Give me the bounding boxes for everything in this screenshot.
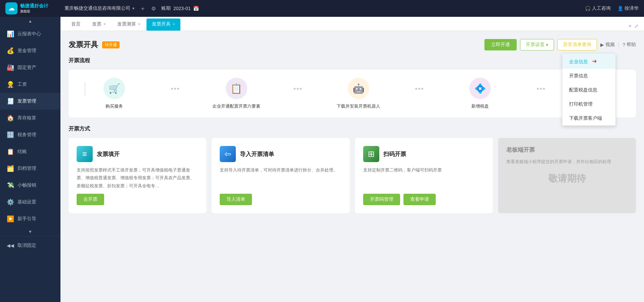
invoice-scan-icon: ⊞: [363, 146, 379, 162]
sidebar-item-new-guide[interactable]: ▶️ 新手引导: [0, 211, 60, 227]
fixed-assets-icon: 🏭: [7, 64, 14, 71]
import-list-btn[interactable]: 导入清单: [220, 194, 252, 205]
tab-bar: 首页 发票 × 发票测算 × 发票开具 × × ⤢: [60, 17, 644, 31]
download-robot-label: 下载并安装开票机器人: [337, 103, 380, 109]
video-btn[interactable]: ▶ 视频: [600, 42, 615, 48]
flow-left-separator: [85, 82, 85, 96]
invoice-icon: 🧾: [7, 98, 14, 105]
dropdown-company-info[interactable]: 企业信息 ➜: [562, 53, 615, 69]
tab-home[interactable]: 首页: [66, 18, 86, 31]
cancel-fixed-label: 取消固定: [17, 242, 36, 249]
inventory-icon: 🏠: [7, 114, 14, 122]
help-btn[interactable]: ? 帮助: [622, 42, 636, 48]
tab-invoice-close[interactable]: ×: [103, 22, 106, 27]
page-title: 发票开具: [69, 40, 98, 50]
dropdown-tax-disk[interactable]: 配置税盘信息: [562, 83, 615, 97]
invoice-import-icon: ⇦: [220, 146, 236, 162]
page-content: 发票开具 待开通 立即开通 开票设置 ▾ 异常清单查询 ▶ 视频 |: [60, 31, 644, 302]
taxdisk-label: 新增税盘: [471, 103, 489, 109]
sidebar-label-archive: 归档管理: [17, 165, 36, 172]
dropdown-tax-disk-label: 配置税盘信息: [569, 87, 597, 92]
flow-step-configure: 📋 企业开通配置开票六要素: [212, 78, 260, 109]
sidebar-item-basic-settings[interactable]: ⚙️ 基础设置: [0, 194, 60, 211]
sidebar-item-cloud-report[interactable]: 📊 云报表中心: [0, 26, 60, 42]
period-label: 账期: [161, 5, 171, 11]
methods-title: 开票方式: [69, 125, 636, 133]
tab-invoice-open-label: 发票开具: [152, 21, 171, 27]
sidebar-cancel-fixed[interactable]: ◀◀ 取消固定: [0, 239, 60, 252]
basic-settings-icon: ⚙️: [7, 198, 14, 206]
activate-btn[interactable]: 立即开通: [484, 39, 517, 50]
method-boss-header: 老板端开票: [506, 146, 628, 154]
page-title-area: 发票开具 待开通: [69, 40, 120, 50]
flow-connector-1: [138, 88, 212, 90]
tab-invoice-open-close[interactable]: ×: [173, 22, 175, 27]
sidebar-label-account: 结账: [17, 149, 27, 155]
tab-invoice[interactable]: 发票 ×: [87, 18, 111, 31]
sidebar-scroll-down[interactable]: ▼: [0, 227, 60, 236]
taxdisk-icon: 💠: [469, 78, 491, 99]
fill-invoice-btn[interactable]: 去开票: [77, 194, 104, 205]
main-layout: ▲ 📊 云报表中心 💰 资金管理 🏭 固定资产 👷 工资 🧾 发票管理 🏠 库存…: [0, 17, 644, 302]
sidebar-label-inventory: 库存核算: [17, 115, 36, 121]
dropdown-download-client[interactable]: 下载开票客户端: [562, 111, 615, 125]
sidebar-item-account[interactable]: 📋 结账: [0, 143, 60, 160]
sidebar-label-fund: 资金管理: [17, 48, 36, 54]
view-application-btn[interactable]: 查看申请: [403, 194, 436, 205]
sidebar-item-invoice[interactable]: 🧾 发票管理: [0, 93, 60, 110]
scan-buttons: 开票码管理 查看申请: [363, 194, 485, 205]
abnormal-btn[interactable]: 异常清单查询: [557, 39, 597, 50]
method-card-scan: ⊞ 扫码开票 支持定制开票二维码，客户端可扫码开票 开票码管理 查看申请: [355, 138, 493, 213]
sidebar-scroll-up[interactable]: ▲: [0, 17, 60, 26]
tab-invoice-test-close[interactable]: ×: [138, 22, 140, 27]
method-scan-desc: 支持定制开票二维码，客户端可扫码开票: [363, 166, 485, 174]
configure-label: 企业开通配置开票六要素: [212, 103, 260, 109]
method-scan-title: 扫码开票: [383, 150, 406, 158]
tab-maximize-btn[interactable]: ⤢: [634, 23, 639, 29]
consult-btn[interactable]: 🎧 人工咨询: [585, 5, 611, 11]
sidebar-item-inventory[interactable]: 🏠 库存核算: [0, 110, 60, 126]
sidebar-item-fixed-assets[interactable]: 🏭 固定资产: [0, 59, 60, 76]
sidebar-item-payroll[interactable]: 👷 工资: [0, 76, 60, 93]
methods-grid: ≡ 发票填开 支持按照发票样式手工填开发票；可开具增值税电子普通发票、增值税普通…: [69, 138, 636, 213]
settings-btn[interactable]: 开票设置 ▾: [520, 39, 554, 50]
tab-invoice-test[interactable]: 发票测算 ×: [112, 18, 146, 31]
tab-invoice-test-label: 发票测算: [117, 21, 136, 27]
download-robot-icon: 🤖: [348, 78, 369, 99]
method-card-import: ⇦ 导入开票清单 支持导入待开票清单，可对待开票清单进行拆分、合并处理。 导入清…: [212, 138, 349, 213]
sidebar-bottom: ◀◀ 取消固定: [0, 236, 60, 255]
sidebar-label-invoice: 发票管理: [17, 98, 36, 104]
sidebar-item-xiaochang[interactable]: 💸 小畅报销: [0, 177, 60, 194]
sidebar-label-cloud-report: 云报表中心: [17, 31, 41, 37]
tab-invoice-label: 发票: [92, 21, 101, 27]
logo-area: ☁ 畅捷通好会计 旗舰版: [5, 2, 59, 14]
tab-invoice-open[interactable]: 发票开具 ×: [146, 18, 180, 31]
qrcode-mgmt-btn[interactable]: 开票码管理: [363, 194, 400, 205]
settings-icon[interactable]: ⚙: [151, 5, 156, 12]
calendar-icon[interactable]: 📅: [193, 6, 199, 11]
method-boss-desc: 查看老板端小程序提交的开票申请，并作出相应的处理: [506, 158, 628, 165]
dropdown-printer[interactable]: 打印机管理: [562, 97, 615, 111]
user-area[interactable]: 👤 徐泽华: [617, 5, 639, 11]
settings-dropdown-menu: 企业信息 ➜ 开票信息 配置税盘信息 打印机管理 下: [562, 53, 616, 126]
method-import-desc: 支持导入待开票清单，可对待开票清单进行拆分、合并处理。: [220, 166, 341, 174]
method-fill-desc: 支持按照发票样式手工填开发票；可开具增值税电子普通发票、增值税普通发票、增值税专…: [77, 166, 198, 190]
tab-close-all-btn[interactable]: ×: [629, 23, 632, 29]
method-fill-title: 发票填开: [97, 150, 120, 158]
logo-sub: 旗舰版: [20, 9, 48, 14]
sidebar-label-payroll: 工资: [17, 81, 27, 87]
company-name: 重庆畅捷交通信息咨询有限公司: [65, 5, 130, 11]
dropdown-printer-label: 打印机管理: [569, 101, 593, 107]
sidebar-item-fund-mgmt[interactable]: 💰 资金管理: [0, 42, 60, 59]
sidebar-item-archive[interactable]: 🗂️ 归档管理: [0, 160, 60, 177]
sidebar-label-fixed: 固定资产: [17, 65, 36, 71]
period-area: 账期 2023-01 📅: [161, 5, 199, 11]
red-arrow-icon: ➜: [592, 58, 597, 65]
dropdown-invoice-info[interactable]: 开票信息: [562, 69, 615, 83]
company-selector[interactable]: 重庆畅捷交通信息咨询有限公司 ▾: [65, 5, 134, 11]
sidebar-item-tax[interactable]: 🔢 税务管理: [0, 126, 60, 143]
payroll-icon: 👷: [7, 81, 14, 88]
add-company-icon[interactable]: ＋: [140, 4, 146, 12]
header-actions: 🎧 人工咨询 👤 徐泽华: [585, 5, 639, 11]
method-fill-header: ≡ 发票填开: [77, 146, 198, 162]
